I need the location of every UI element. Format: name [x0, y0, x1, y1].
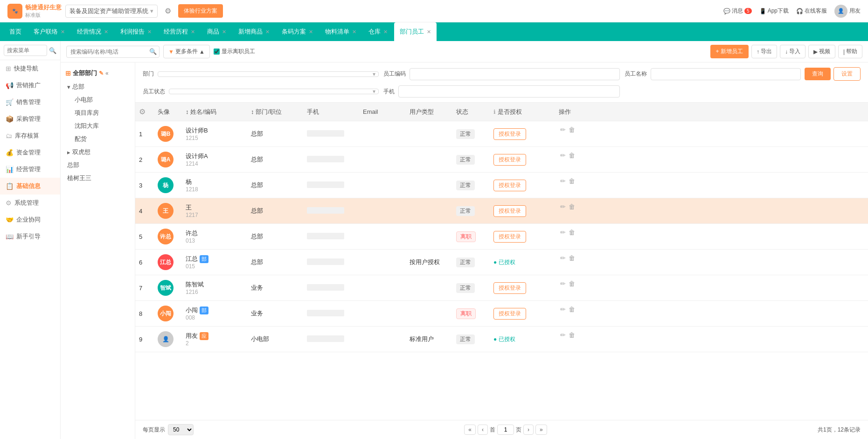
tab-employees[interactable]: 部门员工 ✕ [394, 22, 437, 41]
dept-node-distribution[interactable]: 配货 [65, 132, 135, 146]
prev-button[interactable]: ‹ [478, 425, 488, 435]
dept-all-button[interactable]: ⊞ 全部部门 ✎ « [61, 66, 135, 80]
tab-warehouse[interactable]: 仓库 ✕ [363, 22, 393, 41]
more-conditions-button[interactable]: ▼ 更多条件 ▲ [163, 45, 210, 58]
close-icon[interactable]: ✕ [147, 29, 152, 35]
sidebar-search-input[interactable] [4, 45, 47, 56]
auth-button[interactable]: 授权登录 [493, 231, 526, 243]
dept-select[interactable]: ▾ [158, 71, 379, 77]
tab-goods[interactable]: 商品 ✕ [201, 22, 232, 41]
close-icon[interactable]: ✕ [265, 29, 270, 35]
settings-button[interactable]: ⚙ [161, 5, 174, 18]
sidebar-item-purchase[interactable]: 📦 采购管理 [0, 111, 60, 127]
sidebar-item-basic-info[interactable]: 📋 基础信息 [0, 178, 60, 195]
dept-node-xiao-dian[interactable]: 小电部 [65, 93, 135, 106]
message-button[interactable]: 💬 消息 5 [723, 7, 752, 15]
close-icon[interactable]: ✕ [222, 29, 226, 35]
dept-node-headquarters[interactable]: ▾ 总部 [61, 80, 135, 93]
sidebar-item-marketing[interactable]: 📢 营销推广 [0, 77, 60, 94]
auth-button[interactable]: 授权登录 [493, 282, 526, 294]
tab-customer[interactable]: 客户联络 ✕ [28, 22, 70, 41]
next-next-button[interactable]: » [535, 425, 547, 435]
edit-button[interactable]: ✏ [560, 177, 566, 185]
close-icon[interactable]: ✕ [191, 29, 195, 35]
delete-button[interactable]: 🗑 [569, 306, 575, 313]
edit-button[interactable]: ✏ [560, 203, 566, 210]
edit-button[interactable]: ✏ [560, 306, 566, 313]
edit-button[interactable]: ✏ [560, 254, 566, 262]
auth-button[interactable]: 授权登录 [493, 154, 526, 166]
search-input[interactable] [66, 46, 160, 58]
edit-button[interactable]: ✏ [560, 229, 566, 236]
edit-button[interactable]: ✏ [560, 280, 566, 287]
auth-button[interactable]: 授权登录 [493, 128, 526, 140]
dept-node-project[interactable]: 项目库房 [65, 106, 135, 119]
emp-name-input[interactable] [651, 68, 801, 80]
delete-button[interactable]: 🗑 [569, 177, 575, 185]
auth-button[interactable]: 授权登录 [493, 205, 526, 217]
tab-home[interactable]: 首页 [4, 22, 27, 41]
sidebar-item-quick-nav[interactable]: ⊞ 快捷导航 [0, 60, 60, 77]
tab-history[interactable]: 经营历程 ✕ [158, 22, 201, 41]
delete-button[interactable]: 🗑 [569, 229, 575, 236]
online-service-button[interactable]: 🎧 在线客服 [796, 7, 827, 15]
col-settings[interactable]: ⚙ [135, 103, 154, 121]
phone-input[interactable] [398, 85, 619, 98]
tab-operations[interactable]: 经营情况 ✕ [71, 22, 114, 41]
query-button[interactable]: 查询 [805, 68, 831, 80]
trial-button[interactable]: 体验行业方案 [178, 4, 223, 18]
system-title[interactable]: 装备及固定资产辅助管理系统 ▾ [65, 5, 158, 18]
dept-node-shenyang[interactable]: 沈阳大库 [65, 119, 135, 132]
tab-bom[interactable]: 物料清单 ✕ [319, 22, 362, 41]
tab-new-goods[interactable]: 新增商品 ✕ [233, 22, 275, 41]
import-button[interactable]: ↓ 导入 [780, 45, 806, 58]
col-name-code[interactable]: ↕ 姓名/编码 [182, 103, 247, 121]
delete-button[interactable]: 🗑 [569, 152, 575, 159]
set-button[interactable]: 设置 [833, 67, 861, 81]
emp-code-input[interactable] [410, 68, 619, 80]
edit-button[interactable]: ✏ [560, 331, 566, 339]
auth-button[interactable]: 授权登录 [493, 308, 526, 320]
tab-barcode[interactable]: 条码方案 ✕ [276, 22, 319, 41]
delete-button[interactable]: 🗑 [569, 254, 575, 262]
content-inner: ⊞ 全部部门 ✎ « ▾ 总部 小电部 项目库房 [61, 63, 868, 439]
delete-button[interactable]: 🗑 [569, 280, 575, 287]
next-button[interactable]: › [523, 425, 534, 435]
view-button[interactable]: ▶ 视频 [808, 45, 835, 58]
delete-button[interactable]: 🗑 [569, 126, 575, 133]
add-employee-button[interactable]: + 新增员工 [710, 45, 749, 58]
app-download-button[interactable]: 📱 App下载 [759, 7, 789, 15]
status-select[interactable]: ▾ [169, 89, 379, 94]
export-button[interactable]: ↑ 导出 [751, 45, 777, 58]
page-input[interactable] [497, 425, 514, 435]
close-icon[interactable]: ✕ [383, 29, 388, 35]
sidebar-item-inventory[interactable]: 🗂 库存核算 [0, 127, 60, 144]
dept-node-zhishu[interactable]: 植树王三 [61, 172, 135, 185]
close-icon[interactable]: ✕ [427, 29, 431, 35]
close-icon[interactable]: ✕ [61, 29, 65, 35]
col-dept-pos[interactable]: ↕ 部门/职位 [247, 103, 303, 121]
auth-button[interactable]: 授权登录 [493, 180, 526, 191]
show-resigned-checkbox[interactable] [214, 49, 220, 55]
sidebar-item-enterprise[interactable]: 🤝 企业协同 [0, 211, 60, 228]
sidebar-item-sales[interactable]: 🛒 销售管理 [0, 94, 60, 111]
prev-prev-button[interactable]: « [464, 425, 476, 435]
sidebar-item-finance[interactable]: 💰 资金管理 [0, 144, 60, 161]
dept-node-zongbu[interactable]: 总部 [61, 159, 135, 172]
sidebar-item-guide[interactable]: 📖 新手引导 [0, 228, 60, 245]
sidebar-item-system[interactable]: ⚙ 系统管理 [0, 195, 60, 211]
close-icon[interactable]: ✕ [309, 29, 313, 35]
close-icon[interactable]: ✕ [352, 29, 356, 35]
dept-node-shuanghu[interactable]: ▸ 双虎想 [61, 146, 135, 159]
tab-profit[interactable]: 利润报告 ✕ [115, 22, 157, 41]
user-avatar[interactable]: 👤 用友 [834, 5, 861, 18]
close-icon[interactable]: ✕ [104, 29, 108, 35]
edit-button[interactable]: ✏ [560, 126, 566, 133]
show-resigned-label[interactable]: 显示离职员工 [214, 48, 255, 56]
help-button[interactable]: | 帮助 [838, 45, 862, 58]
per-page-select[interactable]: 20 50 100 [168, 424, 194, 435]
delete-button[interactable]: 🗑 [569, 203, 575, 210]
edit-button[interactable]: ✏ [560, 152, 566, 159]
delete-button[interactable]: 🗑 [569, 331, 575, 339]
sidebar-item-operations[interactable]: 📊 经营管理 [0, 161, 60, 178]
